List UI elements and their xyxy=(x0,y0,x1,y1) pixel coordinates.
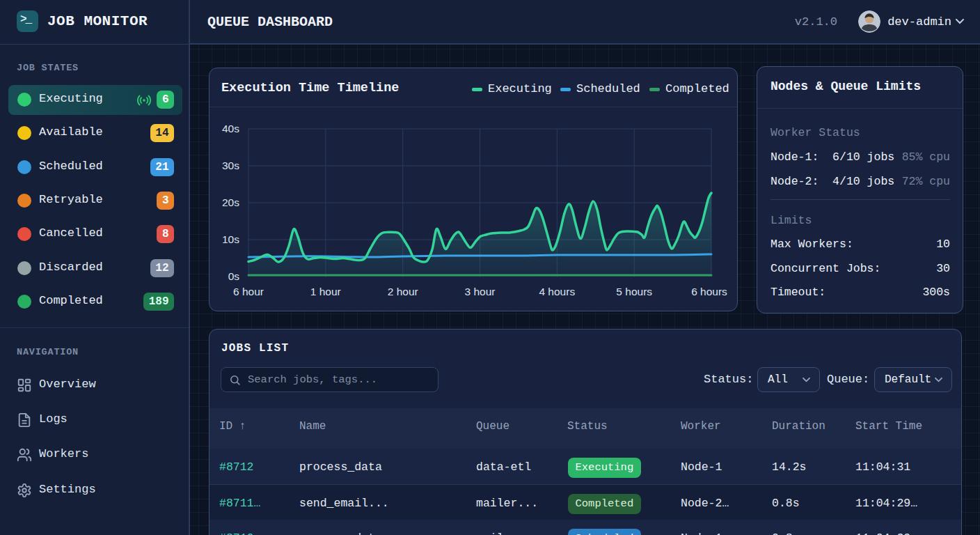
svg-text:5 hours: 5 hours xyxy=(616,286,652,297)
svg-text:40s: 40s xyxy=(222,123,239,134)
svg-text:4 hours: 4 hours xyxy=(539,286,575,297)
svg-text:0s: 0s xyxy=(228,270,240,282)
svg-text:6 hour: 6 hour xyxy=(233,286,264,297)
svg-text:2 hour: 2 hour xyxy=(388,286,418,297)
svg-text:10s: 10s xyxy=(222,233,239,245)
svg-text:30s: 30s xyxy=(222,160,239,171)
svg-text:1 hour: 1 hour xyxy=(310,286,341,297)
svg-text:20s: 20s xyxy=(222,196,239,208)
svg-text:3 hour: 3 hour xyxy=(465,286,496,297)
svg-text:6 hours: 6 hours xyxy=(691,286,727,297)
